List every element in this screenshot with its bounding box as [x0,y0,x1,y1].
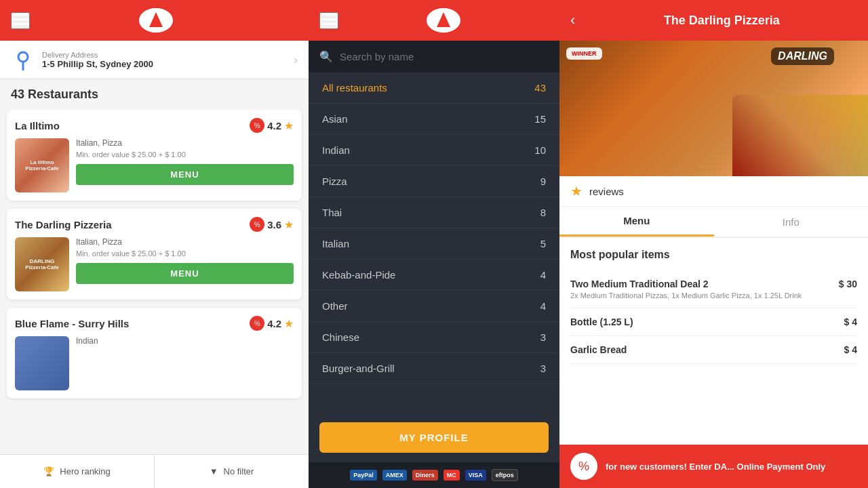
menu-info-tabs: Menu Info [559,207,868,238]
left-header [0,0,309,41]
star-icon-3: ★ [284,317,294,330]
reviews-label: reviews [589,186,624,197]
darling-logo: DARLING [771,47,834,65]
no-filter-label: No filter [224,466,254,476]
info-tab[interactable]: Info [714,207,869,237]
card-body-2: DARLINGPizzeria·Cafe Italian, Pizza Min.… [15,237,294,291]
category-item-7[interactable]: Other4 [309,291,559,322]
svg-rect-2 [12,23,28,25]
location-icon [11,47,35,72]
back-button[interactable]: ‹ [570,12,575,29]
right-header: ‹ The Darling Pizzeria [559,0,868,41]
category-item-5[interactable]: Italian5 [309,228,559,260]
category-count-3: 9 [540,176,546,187]
hamburger-button[interactable] [11,12,30,29]
search-bar[interactable]: 🔍 [309,41,559,73]
menu-item-name-2: Garlic Bread [570,344,844,355]
delivery-bar[interactable]: Delivery Address 1-5 Phillip St, Sydney … [0,41,309,79]
paypal-logo: PayPal [350,470,377,481]
middle-logo [427,8,460,33]
restaurant-card-3: Blue Flame - Surry Hills % 4.2 ★ Indian [7,308,302,399]
rating-num-1: 4.2 [267,120,281,131]
card-rating-1: % 4.2 ★ [250,118,294,133]
chevron-right-icon: › [294,53,298,67]
hero-ranking-button[interactable]: 🏆 Hero ranking [0,455,154,488]
card-body-3: Indian [15,336,294,390]
card-body-1: La illtimoPizzeria·Cafe Italian, Pizza M… [15,138,294,192]
card-rating-3: % 4.2 ★ [250,316,294,331]
menu-item-info-2: Garlic Bread [570,344,844,355]
svg-rect-8 [321,23,337,25]
card-header-1: La Illtimo % 4.2 ★ [15,118,294,133]
menu-item-name-1: Bottle (1.25 L) [570,317,844,327]
category-count-6: 4 [540,269,546,281]
category-name-2: Indian [322,144,350,156]
menu-tab[interactable]: Menu [559,207,714,237]
card-header-2: The Darling Pizzeria % 3.6 ★ [15,217,294,232]
search-icon: 🔍 [319,50,333,63]
promo-badge-icon: % [570,453,597,480]
category-count-7: 4 [540,300,546,312]
svg-rect-7 [321,18,337,20]
delivery-address: 1-5 Phillip St, Sydney 2000 [42,59,294,69]
category-item-4[interactable]: Thai8 [309,197,559,228]
payment-bar: PayPal AMEX Diners MC VISA eftpos [309,462,559,488]
category-item-3[interactable]: Pizza9 [309,166,559,197]
category-count-5: 5 [540,238,546,249]
category-count-2: 10 [534,144,546,156]
category-item-8[interactable]: Chinese3 [309,322,559,353]
svg-rect-1 [12,18,28,20]
category-item-1[interactable]: Asian15 [309,104,559,135]
menu-item-desc-0: 2x Medium Traditional Pizzas, 1x Medium … [570,291,839,300]
delivery-info: Delivery Address 1-5 Phillip St, Sydney … [42,51,294,69]
svg-rect-6 [321,14,337,16]
category-count-0: 43 [534,82,546,94]
category-name-1: Asian [322,113,348,125]
delivery-label: Delivery Address [42,51,294,59]
category-item-2[interactable]: Indian10 [309,135,559,166]
diners-logo: Diners [412,470,438,481]
winner-badge: WINNER [566,47,602,60]
my-profile-button[interactable]: MY PROFILE [319,422,549,453]
card-rating-2: % 3.6 ★ [250,217,294,232]
right-panel: ‹ The Darling Pizzeria WINNER DARLING ★ … [559,0,868,488]
reviews-bar: ★ reviews [559,176,868,207]
search-input[interactable] [340,51,549,62]
menu-content: Most popular items Two Medium Traditiona… [559,238,868,445]
app-logo [139,8,173,33]
category-item-6[interactable]: Kebab-and-Pide4 [309,260,559,291]
bottom-bar: 🏆 Hero ranking ▼ No filter [0,454,309,488]
promo-bar: % for new customers! Enter DA... Online … [559,445,868,488]
svg-point-5 [18,52,28,62]
visa-logo: VISA [465,470,486,481]
middle-hamburger-button[interactable] [319,12,338,29]
filter-icon: ▼ [210,466,218,476]
menu-item-2: Garlic Bread $ 4 [570,336,857,364]
category-list: All restaurants43Asian15Indian10Pizza9Th… [309,73,559,413]
hero-ranking-icon: 🏆 [43,466,54,476]
category-name-4: Thai [322,207,342,218]
menu-item-price-0: $ 30 [839,279,857,289]
category-item-9[interactable]: Burger-and-Grill3 [309,353,559,384]
popular-items-title: Most popular items [570,249,857,261]
category-name-3: Pizza [322,176,347,187]
category-count-8: 3 [540,331,546,343]
category-name-8: Chinese [322,331,359,343]
filter-button[interactable]: ▼ No filter [155,455,309,488]
category-item-0[interactable]: All restaurants43 [309,73,559,104]
menu-item-1: Bottle (1.25 L) $ 4 [570,308,857,336]
restaurant-image-2: DARLINGPizzeria·Cafe [15,237,69,291]
restaurant-name-1: La Illtimo [15,120,60,131]
discount-badge-3: % [250,316,264,331]
card-info-1: Italian, Pizza Min. order value $ 25.00 … [76,138,294,192]
menu-items-list: Two Medium Traditional Deal 2 2x Medium … [570,270,857,364]
rating-num-2: 3.6 [267,219,281,230]
discount-badge-2: % [250,217,264,232]
star-icon-1: ★ [284,119,294,132]
min-order-1: Min. order value $ 25.00 + $ 1.00 [76,150,294,159]
menu-button-2[interactable]: MENU [76,263,294,284]
menu-button-1[interactable]: MENU [76,164,294,185]
menu-item-info-1: Bottle (1.25 L) [570,317,844,327]
hero-ranking-label: Hero ranking [60,466,110,476]
menu-item-info-0: Two Medium Traditional Deal 2 2x Medium … [570,279,839,300]
